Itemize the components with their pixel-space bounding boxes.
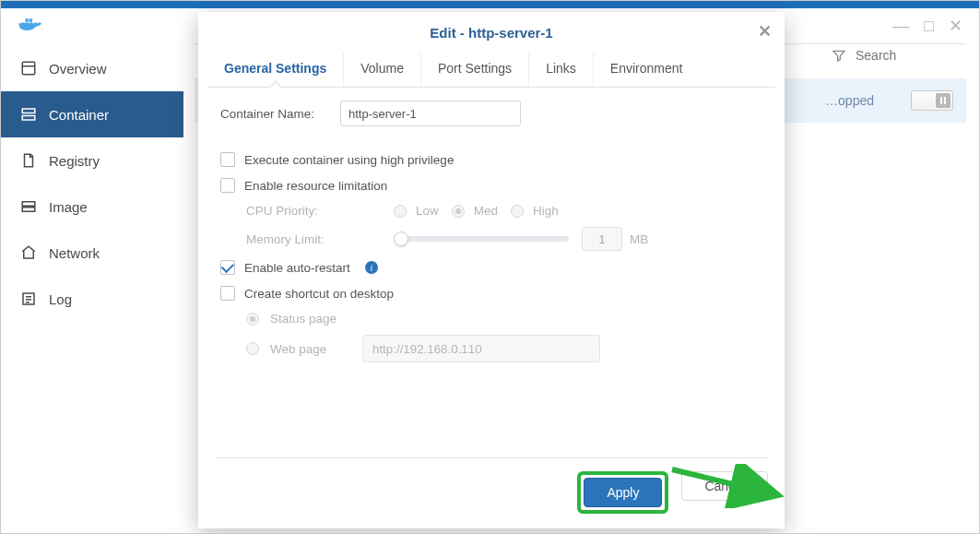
web-page-input [362, 335, 600, 362]
sidebar-item-registry[interactable]: Registry [1, 137, 183, 184]
overview-icon [19, 59, 38, 77]
web-page-label: Web page [270, 342, 362, 356]
svg-rect-4 [30, 18, 32, 22]
registry-icon [19, 151, 38, 170]
modal-footer: Apply Cancel [215, 457, 768, 514]
sidebar-item-log[interactable]: Log [1, 276, 183, 322]
tab-volume[interactable]: Volume [344, 52, 421, 87]
sidebar-item-label: Registry [49, 153, 100, 169]
cancel-button[interactable]: Cancel [681, 471, 768, 501]
tab-general-settings[interactable]: General Settings [207, 52, 344, 87]
svg-rect-3 [25, 18, 29, 22]
svg-rect-7 [22, 116, 35, 121]
container-icon [19, 105, 38, 124]
search-input[interactable] [854, 47, 964, 64]
svg-rect-12 [944, 97, 946, 104]
cpu-low-label: Low [416, 204, 439, 218]
log-icon [19, 290, 38, 308]
window-close-icon[interactable]: ✕ [949, 18, 962, 34]
general-settings-form: Container Name: Execute container using … [198, 88, 785, 385]
search-box[interactable] [832, 47, 964, 64]
svg-rect-5 [22, 62, 35, 75]
cpu-high-label: High [533, 204, 559, 218]
memory-limit-label: Memory Limit: [246, 232, 394, 246]
info-icon[interactable]: i [365, 261, 378, 274]
sidebar-item-label: Log [49, 291, 72, 307]
cpu-high-radio [511, 205, 524, 218]
high-privilege-checkbox[interactable] [220, 152, 235, 167]
modal-title: Edit - http-server-1 ✕ [198, 12, 785, 48]
memory-slider [394, 236, 569, 242]
container-power-toggle[interactable] [911, 90, 953, 111]
cpu-med-radio [452, 205, 465, 218]
resource-limitation-label: Enable resource limitation [244, 179, 387, 193]
network-icon [19, 243, 38, 262]
container-name-label: Container Name: [220, 107, 340, 121]
sidebar-item-label: Container [49, 107, 109, 123]
cpu-priority-group: Low Med High [394, 204, 559, 218]
sidebar-item-label: Overview [49, 61, 107, 77]
auto-restart-label: Enable auto-restart [244, 261, 350, 275]
create-shortcut-label: Create shortcut on desktop [244, 287, 394, 301]
docker-whale-icon [18, 16, 43, 36]
window-minimize-icon[interactable]: — [892, 18, 909, 34]
window-titlebar [1, 1, 979, 8]
svg-rect-8 [22, 202, 35, 207]
tab-environment[interactable]: Environment [594, 52, 700, 87]
web-page-radio [246, 342, 259, 355]
modal-title-text: Edit - http-server-1 [430, 25, 552, 41]
cpu-priority-label: CPU Priority: [246, 204, 394, 218]
filter-icon [832, 48, 846, 63]
tab-port-settings[interactable]: Port Settings [421, 52, 529, 87]
memory-limit-input [582, 227, 622, 251]
svg-rect-11 [940, 97, 942, 104]
container-name-input[interactable] [340, 101, 521, 126]
svg-rect-6 [22, 109, 35, 113]
sidebar-item-overview[interactable]: Overview [1, 45, 183, 91]
cpu-low-radio [394, 205, 407, 218]
status-page-label: Status page [270, 312, 337, 326]
close-icon[interactable]: ✕ [758, 21, 772, 42]
edit-container-modal: Edit - http-server-1 ✕ General Settings … [198, 12, 785, 528]
sidebar-item-image[interactable]: Image [1, 184, 183, 230]
tab-links[interactable]: Links [529, 52, 594, 87]
sidebar-item-label: Network [49, 245, 100, 261]
window-maximize-icon[interactable]: □ [924, 18, 934, 34]
cpu-med-label: Med [474, 204, 498, 218]
status-page-radio [246, 313, 259, 326]
image-icon [19, 197, 38, 216]
window-controls: — □ ✕ [892, 18, 962, 34]
sidebar-item-network[interactable]: Network [1, 230, 183, 276]
container-status: …opped [825, 93, 874, 108]
sidebar: Overview Container Registry Image Networ… [1, 45, 183, 533]
toggle-knob [936, 93, 950, 108]
memory-unit: MB [630, 232, 648, 246]
sidebar-item-label: Image [49, 199, 88, 215]
high-privilege-label: Execute container using high privilege [244, 153, 454, 167]
apply-button[interactable]: Apply [584, 478, 662, 507]
modal-tabs: General Settings Volume Port Settings Li… [207, 52, 775, 88]
auto-restart-checkbox[interactable] [220, 260, 235, 275]
apply-highlight: Apply [577, 471, 668, 514]
memory-slider-handle [394, 231, 408, 246]
sidebar-item-container[interactable]: Container [1, 91, 183, 137]
svg-rect-9 [22, 208, 35, 212]
resource-limitation-checkbox[interactable] [220, 178, 235, 193]
create-shortcut-checkbox[interactable] [220, 286, 235, 301]
